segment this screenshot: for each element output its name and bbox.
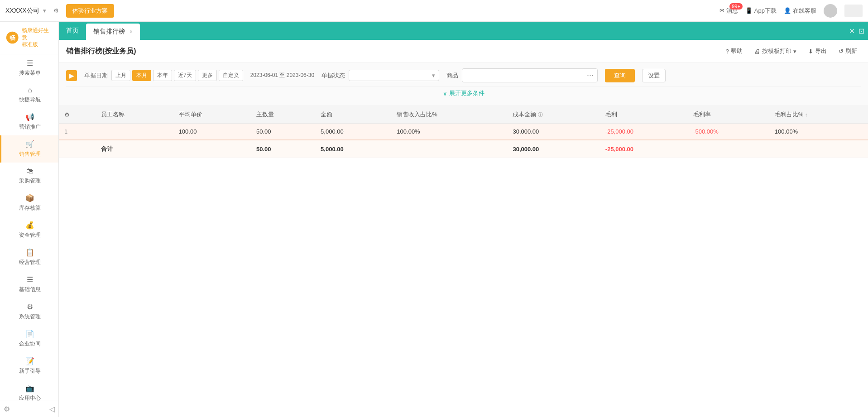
message-icon-item[interactable]: ✉ 消息 99+ <box>719 7 738 15</box>
fund-mgmt-icon: 💰 <box>25 221 34 230</box>
sidebar-item-basic-info[interactable]: ☰ 基础信息 <box>0 271 58 298</box>
sidebar-item-marketing[interactable]: 📢 营销推广 <box>0 108 58 135</box>
expand-more-button[interactable]: ∨ 展开更多条件 <box>66 86 861 100</box>
date-btn-custom[interactable]: 自定义 <box>219 70 243 81</box>
date-btn-this-month[interactable]: 本月 <box>132 70 151 81</box>
filter-row: ▶ 单据日期 上月 本月 本年 近7天 更多 自定义 <box>66 68 861 82</box>
th-sales-pct: 销售收入占比% <box>391 106 507 124</box>
expand-more-icon: ∨ <box>443 90 447 97</box>
sidebar-item-label: 销售管理 <box>19 150 41 158</box>
page-header: 销售排行榜(按业务员) ? 帮助 🖨 按模板打印 ▾ ⬇ <box>59 40 868 63</box>
content-area: 首页 销售排行榜 × ✕ ⊡ 销售排行榜(按业务员) <box>59 22 868 417</box>
th-name: 员工名称 <box>96 106 173 124</box>
filter-expand-arrow[interactable]: ▶ <box>66 70 77 81</box>
date-btn-7days[interactable]: 近7天 <box>174 70 196 81</box>
table-header: ⚙ 员工名称 平均单价 主数量 <box>59 106 868 124</box>
sidebar-item-label: 搜索菜单 <box>19 69 41 77</box>
basic-info-icon: ☰ <box>27 275 33 284</box>
sidebar-items: ☰ 搜索菜单 ⌂ 快捷导航 📢 营销推广 🛒 销售管理 🛍 采购管理 <box>0 54 58 401</box>
quick-nav-icon: ⌂ <box>28 86 32 94</box>
row-avg-price: 100.00 <box>173 124 251 140</box>
row-gross-pct: 100.00% <box>769 124 868 140</box>
tab-close-icon[interactable]: × <box>129 29 133 35</box>
settings-button[interactable]: 设置 <box>642 69 666 82</box>
sidebar-item-new-guide[interactable]: 📝 新手引导 <box>0 352 58 379</box>
total-gross-pct <box>769 140 868 158</box>
th-qty: 主数量 <box>251 106 315 124</box>
tab-sales-ranking[interactable]: 销售排行榜 × <box>86 24 140 40</box>
date-buttons: 上月 本月 本年 近7天 更多 自定义 <box>111 70 243 81</box>
sidebar-item-enterprise-collab[interactable]: 📄 企业协同 <box>0 325 58 352</box>
tab-active-label: 销售排行榜 <box>93 28 125 36</box>
sidebar-item-label: 资金管理 <box>19 231 41 239</box>
online-service-item[interactable]: 👤 在线客服 <box>784 7 816 15</box>
help-button[interactable]: ? 帮助 <box>722 45 746 57</box>
sidebar-item-label: 系统管理 <box>19 313 41 321</box>
sidebar-item-purchase-mgmt[interactable]: 🛍 采购管理 <box>0 163 58 189</box>
tab-bar: 首页 销售排行榜 × ✕ ⊡ <box>59 22 868 40</box>
th-gross-rate: 毛利率 <box>688 106 769 124</box>
sidebar: 畅 畅康通好生意 标准版 ☰ 搜索菜单 ⌂ 快捷导航 📢 <box>0 22 59 417</box>
th-gross: 毛利 <box>600 106 688 124</box>
cost-info-icon[interactable]: ⓘ <box>538 112 543 117</box>
tab-bar-actions: ✕ ⊡ <box>849 27 868 35</box>
refresh-button[interactable]: ↺ 刷新 <box>835 45 861 57</box>
tab-home[interactable]: 首页 <box>59 22 86 40</box>
sidebar-item-app-center[interactable]: 📺 应用中心 <box>0 379 58 401</box>
svg-text:畅: 畅 <box>10 34 15 41</box>
search-order-icon: ☰ <box>27 59 33 67</box>
export-button[interactable]: ⬇ 导出 <box>805 45 830 57</box>
sidebar-collapse-icon[interactable]: ◁ <box>49 405 55 413</box>
export-icon: ⬇ <box>808 48 813 55</box>
sidebar-item-system-mgmt[interactable]: ⚙ 系统管理 <box>0 298 58 325</box>
status-select-arrow: ▾ <box>432 72 435 79</box>
row-sales-pct: 100.00% <box>391 124 507 140</box>
help-icon: ? <box>726 48 729 55</box>
template-print-button[interactable]: 🖨 按模板打印 ▾ <box>751 45 800 57</box>
sidebar-item-label: 快捷导航 <box>19 96 41 104</box>
sidebar-settings-icon[interactable]: ⚙ <box>4 405 10 413</box>
row-gross: -25,000.00 <box>600 124 688 140</box>
top-bar-right: ✉ 消息 99+ 📱 App下载 👤 在线客服 <box>719 4 863 18</box>
tab-close-all-btn[interactable]: ✕ <box>849 27 855 35</box>
date-btn-last-month[interactable]: 上月 <box>111 70 130 81</box>
topbar-settings-icon[interactable]: ⚙ <box>50 5 62 17</box>
sidebar-item-sales-mgmt[interactable]: 🛒 销售管理 <box>0 135 58 163</box>
tab-restore-btn[interactable]: ⊡ <box>858 27 864 35</box>
total-row: 合计 50.00 5,000.00 30,000.00 -25,000.00 <box>59 140 868 158</box>
purchase-mgmt-icon: 🛍 <box>26 167 34 175</box>
goods-select[interactable]: ··· <box>462 68 598 82</box>
app-download-icon: 📱 <box>745 7 753 14</box>
sidebar-item-quick-nav[interactable]: ⌂ 快捷导航 <box>0 81 58 108</box>
company-dropdown-icon[interactable]: ▾ <box>43 7 46 14</box>
sidebar-item-inventory[interactable]: 📦 库存核算 <box>0 189 58 216</box>
th-amount: 全额 <box>315 106 391 124</box>
page-content: 销售排行榜(按业务员) ? 帮助 🖨 按模板打印 ▾ ⬇ <box>59 40 868 417</box>
top-bar-left: XXXXX公司 ▾ ⚙ 体验行业方案 <box>5 4 719 18</box>
user-name-display <box>844 5 863 17</box>
sidebar-item-search-order[interactable]: ☰ 搜索菜单 <box>0 54 58 81</box>
table-settings-icon[interactable]: ⚙ <box>64 111 70 118</box>
main-area: 畅 畅康通好生意 标准版 ☰ 搜索菜单 ⌂ 快捷导航 📢 <box>0 22 868 417</box>
sidebar-item-label: 企业协同 <box>19 340 41 348</box>
status-select[interactable]: ▾ <box>349 70 439 81</box>
query-button[interactable]: 查询 <box>605 69 635 82</box>
user-avatar[interactable] <box>824 4 837 18</box>
sidebar-item-fund-mgmt[interactable]: 💰 资金管理 <box>0 216 58 244</box>
sidebar-item-label: 经营管理 <box>19 259 41 266</box>
trial-button[interactable]: 体验行业方案 <box>66 4 114 18</box>
row-cost: 30,000.00 <box>507 124 599 140</box>
total-qty: 50.00 <box>251 140 315 158</box>
gross-pct-sort-icon[interactable]: ↕ <box>805 112 808 117</box>
date-btn-more[interactable]: 更多 <box>198 70 217 81</box>
app-container: XXXXX公司 ▾ ⚙ 体验行业方案 ✉ 消息 99+ 📱 App下载 👤 在线… <box>0 0 868 417</box>
online-service-icon: 👤 <box>784 7 791 14</box>
th-gross-pct: 毛利占比% ↕ <box>769 106 868 124</box>
sidebar-item-biz-mgmt[interactable]: 📋 经营管理 <box>0 244 58 271</box>
date-btn-this-year[interactable]: 本年 <box>153 70 172 81</box>
app-download-item[interactable]: 📱 App下载 <box>745 7 777 15</box>
expand-more-label: 展开更多条件 <box>449 89 484 97</box>
goods-more-dots[interactable]: ··· <box>587 71 594 80</box>
total-cost: 30,000.00 <box>507 140 599 158</box>
marketing-icon: 📢 <box>25 113 34 121</box>
